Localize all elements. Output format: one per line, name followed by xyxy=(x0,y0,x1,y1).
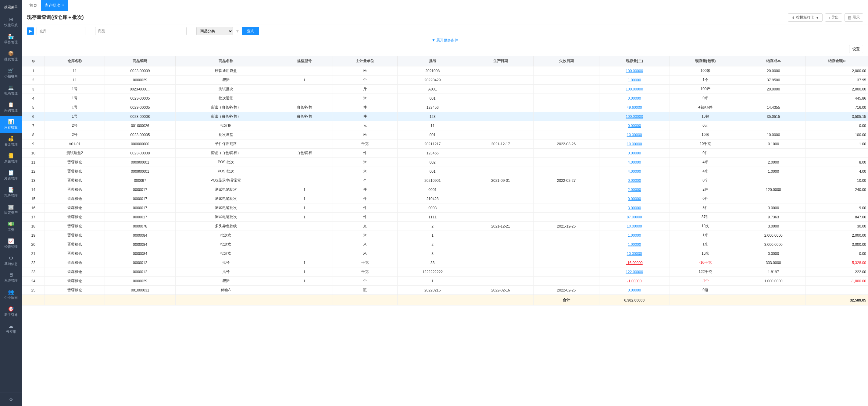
expand-more-button[interactable]: ▼ 展开更多条件 xyxy=(27,37,863,44)
cell-qty-main[interactable]: 0.00000 xyxy=(599,194,670,203)
sidebar-item-basic[interactable]: ⚙ 基础信息 xyxy=(0,252,22,269)
table-header-row: ⊙ 仓库名称 商品编码 商品名称 规格型号 主计量单位 批号 生产日期 失效日期… xyxy=(22,56,868,66)
sidebar-item-quick-nav[interactable]: ⊞ 快捷导航 xyxy=(0,13,22,30)
cell-qty-main[interactable]: 0.00000 xyxy=(599,176,670,185)
sidebar-item-general[interactable]: 📒 总账管理 xyxy=(0,150,22,167)
cell-qty-main[interactable]: 122.00000 xyxy=(599,267,670,276)
table-row: 23晋蓉粮仓0000012批号1千克1222222222122.00000122… xyxy=(22,267,868,276)
export-icon: ↑ xyxy=(828,15,830,20)
cell-qty-main[interactable]: -1.00000 xyxy=(599,276,670,286)
cell-total-value: 30.00 xyxy=(806,222,868,231)
cell-qty-main[interactable]: 10.00000 xyxy=(599,249,670,258)
cell-spec xyxy=(276,85,333,94)
cell-qty-main[interactable]: 4.00000 xyxy=(599,158,670,167)
cell-qty-stock: 1米 xyxy=(670,231,741,240)
cell-qty-main[interactable]: 1.00000 xyxy=(599,75,670,85)
cell-total-value: 10.00 xyxy=(806,176,868,185)
goods-input[interactable] xyxy=(95,27,187,35)
cell-batch: 3 xyxy=(397,249,468,258)
settings-gear[interactable]: ⚙ xyxy=(0,393,22,406)
cell-qty-stock: 0件 xyxy=(670,149,741,158)
cell-goods-code: 000900001 xyxy=(104,158,176,167)
cell-qty-main[interactable]: -16.00000 xyxy=(599,258,670,267)
sidebar-item-wholesale[interactable]: 📦 批发管理 xyxy=(0,47,22,65)
export-button[interactable]: ↑ 导出 xyxy=(825,13,842,22)
cell-batch: 2 xyxy=(397,222,468,231)
sidebar-item-fixed[interactable]: 🏢 固定资产 xyxy=(0,201,22,218)
cell-exp-date xyxy=(533,130,599,139)
sidebar-item-tax[interactable]: 📑 税务管理 xyxy=(0,184,22,201)
cell-prod-date xyxy=(468,94,533,103)
cell-qty-main[interactable]: 1.00000 xyxy=(599,231,670,240)
expand-arrow-button[interactable]: ▶ xyxy=(27,27,34,35)
cell-qty-main[interactable]: 87.00000 xyxy=(599,212,670,222)
cell-goods-name: POS 批次 xyxy=(176,158,276,167)
cell-unit: 米 xyxy=(333,249,398,258)
cell-spec xyxy=(276,286,333,295)
cell-qty-main[interactable]: 0.00000 xyxy=(599,121,670,130)
warehouse-input[interactable] xyxy=(37,27,85,35)
cell-qty-main[interactable]: 100.00000 xyxy=(599,66,670,75)
cell-unit: 件 xyxy=(333,112,398,121)
toggle-button[interactable]: ▤ 展示 xyxy=(844,13,863,22)
cell-qty-main[interactable]: 49.60000 xyxy=(599,103,670,112)
cell-avg-cost: 35.0515 xyxy=(741,112,806,121)
sidebar-item-system[interactable]: 🖥 系统管理 xyxy=(0,269,22,286)
cell-qty-main[interactable]: 10.00000 xyxy=(599,130,670,139)
cell-qty-main[interactable]: 3.00000 xyxy=(599,203,670,212)
cell-qty-main[interactable]: 10.00000 xyxy=(599,139,670,149)
cell-qty-main[interactable]: 100.00000 xyxy=(599,85,670,94)
settings-button[interactable]: 设置 xyxy=(849,45,863,53)
data-table: ⊙ 仓库名称 商品编码 商品名称 规格型号 主计量单位 批号 生产日期 失效日期… xyxy=(22,56,868,305)
cell-spec: 白色/闷棉 xyxy=(276,103,333,112)
table-row: 61号0023-00008富诚（白色/闷棉）白色/闷棉件123100.00000… xyxy=(22,112,868,121)
cell-qty-main[interactable]: 4.00000 xyxy=(599,167,670,176)
cell-seq: 3 xyxy=(22,85,45,94)
col-qty-stock: 现存量(包装) xyxy=(670,56,741,66)
search-button[interactable]: 查询 xyxy=(242,27,259,35)
cell-total-value: 1.00 xyxy=(806,139,868,149)
cell-avg-cost: 0.1000 xyxy=(741,139,806,149)
sidebar-item-payroll[interactable]: 💵 工资 xyxy=(0,218,22,235)
cell-prod-date xyxy=(468,121,533,130)
cell-total-value: -1,000.00 xyxy=(806,276,868,286)
cell-batch: 001 xyxy=(397,167,468,176)
cell-exp-date xyxy=(533,240,599,249)
current-tab[interactable]: 库存批次 × xyxy=(41,0,68,11)
cell-qty-main[interactable]: 1.00000 xyxy=(599,240,670,249)
cell-qty-main[interactable]: 2.00000 xyxy=(599,185,670,194)
sidebar-item-inventory[interactable]: 📊 库存核算 xyxy=(0,116,22,133)
cell-qty-main[interactable]: 0.00000 xyxy=(599,94,670,103)
cell-spec xyxy=(276,121,333,130)
home-tab[interactable]: 首页 xyxy=(26,3,41,8)
cell-goods-name: 批号 xyxy=(176,258,276,267)
cell-spec xyxy=(276,249,333,258)
cell-unit: 米 xyxy=(333,240,398,249)
close-tab-icon[interactable]: × xyxy=(62,4,64,7)
sidebar-item-asset[interactable]: 💰 资金管理 xyxy=(0,133,22,150)
cell-qty-main[interactable]: 100.00000 xyxy=(599,112,670,121)
cell-qty-main[interactable]: 0.00000 xyxy=(599,286,670,295)
cell-batch: 20220429 xyxy=(397,75,468,85)
sidebar-item-cloud[interactable]: ☁ 云应用 xyxy=(0,320,22,337)
sidebar-item-newbie[interactable]: 🎯 新手引导 xyxy=(0,303,22,320)
cell-qty-main[interactable]: 0.00000 xyxy=(599,149,670,158)
sidebar-item-mini-ecom[interactable]: 🛒 小额电商 xyxy=(0,65,22,81)
cell-goods-name: 多头异色软线 xyxy=(176,222,276,231)
sidebar-item-invoice[interactable]: 🧾 发票管理 xyxy=(0,167,22,184)
sidebar-item-retail[interactable]: 🏪 零售管理 xyxy=(0,30,22,47)
sidebar-item-operation[interactable]: 📈 经营管理 xyxy=(0,235,22,252)
table-row: 82号0023-00005批次透堂米00110.0000010米10.00001… xyxy=(22,130,868,139)
cell-prod-date xyxy=(468,75,533,85)
sidebar-item-collab[interactable]: 👥 企业协同 xyxy=(0,286,22,303)
newbie-icon: 🎯 xyxy=(1,306,21,312)
sidebar-item-ecom[interactable]: 💻 电商管理 xyxy=(0,81,22,99)
sidebar-logo[interactable]: 搜索菜单 xyxy=(0,2,22,12)
table-area[interactable]: ⊙ 仓库名称 商品编码 商品名称 规格型号 主计量单位 批号 生产日期 失效日期… xyxy=(22,56,868,406)
cell-goods-code: 0000012 xyxy=(104,267,176,276)
print-button[interactable]: 🖨 按模板打印 ▼ xyxy=(788,13,823,22)
sidebar-item-purchase[interactable]: 📋 采购管理 xyxy=(0,99,22,116)
cell-qty-main[interactable]: 10.00000 xyxy=(599,222,670,231)
cell-goods-name: 测试电笔批次 xyxy=(176,212,276,222)
category-select[interactable]: 商品分类 xyxy=(196,27,233,35)
